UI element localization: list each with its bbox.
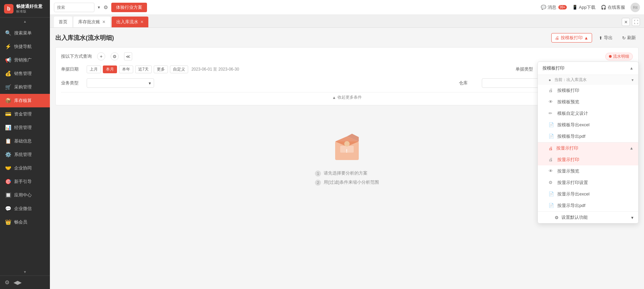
sidebar-item-apps[interactable]: 🔲 应用中心: [0, 188, 50, 202]
sidebar-item-system[interactable]: ⚙️ 系统管理: [0, 148, 50, 161]
online-service-button[interactable]: 🎧 在线客服: [601, 4, 625, 10]
empty-steps: 1 请先选择要分析的方案 2 用[过滤]条件来缩小分析范围: [315, 170, 379, 188]
date-opt-7days[interactable]: 近7天: [135, 65, 152, 73]
finance-icon: 💳: [5, 111, 11, 117]
dropdown-item-template-pdf[interactable]: 📄 按模板导出pdf: [538, 131, 638, 142]
pdf-icon: 📄: [549, 134, 554, 139]
dropdown-item-template-print[interactable]: 🖨 按模板打印: [538, 85, 638, 96]
sidebar-item-collab[interactable]: 🤝 企业协同: [0, 161, 50, 175]
settings-bottom-icon[interactable]: ⚙: [5, 279, 9, 286]
marketing-icon: 📢: [5, 57, 11, 63]
tab-flow-close[interactable]: ✕: [140, 20, 144, 24]
messages-button[interactable]: 💬 消息 99+: [541, 4, 567, 10]
sidebar-item-quicknav[interactable]: ⚡ 快捷导航: [0, 40, 50, 53]
dropdown-item-display-excel[interactable]: 📄 按显示导出excel: [538, 188, 638, 200]
dropdown-item-default-settings[interactable]: ⚙ 设置默认功能 ▾: [538, 212, 638, 223]
svg-point-4: [344, 141, 350, 147]
headset-icon: 🎧: [601, 5, 606, 10]
sidebar-item-vip[interactable]: 👑 畅会员: [0, 215, 50, 229]
date-opt-this-month[interactable]: 本月: [103, 65, 117, 73]
scroll-down-arrow[interactable]: ▼: [0, 268, 50, 275]
sidebar-item-operations[interactable]: 📊 经营管理: [0, 121, 50, 134]
dropdown-item-display-print-settings[interactable]: ⚙ 按显示打印设置: [538, 177, 638, 188]
dropdown-item-display-pdf[interactable]: 📄 按显示导出pdf: [538, 200, 638, 211]
topbar-dropdown-icon[interactable]: ▾: [98, 5, 100, 10]
page-header: 出入库流水(流水明细) 🖨 按模板打印 ▲ ⬆ 导出 ↻ 刷新: [55, 33, 639, 43]
topbar-gear-icon[interactable]: ⚙: [104, 4, 108, 10]
filter-settings-button[interactable]: ⚙: [111, 52, 119, 60]
print-template-button[interactable]: 🖨 按模板打印 ▲: [551, 33, 592, 43]
display-printer-icon: 🖨: [549, 146, 553, 151]
sidebar-item-marketing[interactable]: 📢 营销推广: [0, 53, 50, 67]
tabs-window-controls: ✕ ⛶: [622, 18, 640, 27]
sales-icon: 💰: [5, 70, 11, 77]
filter-search-label: 按以下方式查询: [61, 53, 92, 59]
svg-text:!: !: [346, 148, 348, 154]
topbar: ▾ ⚙ 体验行业方案 💬 消息 99+ 📱 App下载 🎧 在线客服 Rit: [50, 0, 644, 15]
chevron-down-settings-icon: ▾: [631, 215, 634, 220]
dropdown-current-item: ● 当前：出入库流水 ▾: [538, 75, 638, 85]
tab-batch-account[interactable]: 库存批次账 ✕: [74, 17, 110, 27]
active-filter-tag[interactable]: 流水明细: [605, 53, 633, 60]
chevron-up-icon: ▲: [584, 35, 588, 41]
date-opt-custom[interactable]: 自定义: [170, 65, 188, 73]
dropdown-item-template-excel[interactable]: 📄 按模板导出excel: [538, 119, 638, 131]
empty-illustration: !: [330, 130, 364, 163]
guide-icon: 🎯: [5, 178, 11, 185]
sidebar-item-wechat[interactable]: 💬 企业微信: [0, 202, 50, 215]
sidebar-item-basic[interactable]: 📋 基础信息: [0, 134, 50, 148]
dropdown-item-display-preview[interactable]: 👁 按显示预览: [538, 165, 638, 177]
phone-icon: 📱: [572, 5, 578, 10]
sidebar-item-guide[interactable]: 🎯 新手引导: [0, 175, 50, 188]
business-type-select[interactable]: ▾: [87, 78, 154, 88]
refresh-icon: ↻: [622, 35, 626, 41]
date-options: 上月 本月 本年 近7天 更多 自定义 2023-06-01 至 2023-06…: [87, 65, 239, 73]
dropdown-display-print-toggle[interactable]: 🖨 按显示打印 ▲: [538, 142, 638, 154]
app-download-button[interactable]: 📱 App下载: [572, 4, 595, 10]
system-icon: ⚙️: [5, 151, 11, 158]
date-opt-last-month[interactable]: 上月: [87, 65, 101, 73]
filter-add-button[interactable]: +: [97, 52, 105, 60]
search-icon: 🔍: [5, 30, 11, 36]
excel-icon-2: 📄: [549, 191, 554, 197]
tab-batch-account-close[interactable]: ✕: [102, 20, 106, 24]
pdf-icon-2: 📄: [549, 203, 554, 208]
eye-icon: 👁: [549, 99, 554, 105]
sidebar: b 畅捷通好生意 标准版 ▲ 🔍 搜索菜单 ⚡ 快捷导航 📢 营销推广 💰 销售…: [0, 0, 50, 289]
user-avatar[interactable]: Rit: [631, 3, 640, 12]
sidebar-item-sales[interactable]: 💰 销售管理: [0, 67, 50, 80]
toggle-sidebar-icon[interactable]: ◀▶: [13, 279, 22, 286]
sidebar-item-purchase[interactable]: 🛒 采购管理: [0, 80, 50, 94]
filter-row-1: 按以下方式查询 + ⚙ ≪ 流水明细: [61, 52, 633, 60]
window-close-button[interactable]: ✕: [622, 18, 630, 26]
filter-collapse-button[interactable]: ≪: [124, 52, 132, 60]
page-content: 出入库流水(流水明细) 🖨 按模板打印 ▲ ⬆ 导出 ↻ 刷新: [50, 28, 644, 289]
quicknav-icon: ⚡: [5, 43, 11, 50]
printer-icon: 🖨: [555, 35, 559, 41]
apps-icon: 🔲: [5, 192, 11, 199]
window-maximize-button[interactable]: ⛶: [632, 18, 640, 26]
doctype-label: 单据类型: [516, 66, 536, 72]
dropdown-item-display-print[interactable]: 🖨 按显示打印: [538, 154, 638, 165]
sidebar-item-inventory[interactable]: 📦 库存核算: [0, 94, 50, 107]
date-opt-this-year[interactable]: 本年: [119, 65, 133, 73]
export-button[interactable]: ⬆ 导出: [596, 33, 615, 42]
dropdown-item-template-custom[interactable]: ✏ 模板自定义设计: [538, 108, 638, 119]
date-opt-more[interactable]: 更多: [154, 65, 168, 73]
sidebar-item-finance[interactable]: 💳 资金管理: [0, 107, 50, 121]
sidebar-nav: 🔍 搜索菜单 ⚡ 快捷导航 📢 营销推广 💰 销售管理 🛒 采购管理 📦 库存核…: [0, 25, 50, 268]
display-print-section: 🖨 按显示打印 ▲ 🖨 按显示打印 👁 按显示预览 ⚙ 按显示打印设置: [538, 142, 638, 212]
dropdown-header[interactable]: 按模板打印 ▲: [538, 62, 638, 75]
search-input[interactable]: [54, 3, 94, 12]
tab-home[interactable]: 首页: [54, 17, 72, 27]
scroll-up-arrow[interactable]: ▲: [0, 18, 50, 25]
excel-icon: 📄: [549, 122, 554, 128]
industry-solution-button[interactable]: 体验行业方案: [111, 3, 147, 12]
tab-flow[interactable]: 出入库流水 ✕: [112, 17, 148, 27]
current-dot-icon: ●: [549, 78, 551, 82]
wechat-icon: 💬: [5, 205, 11, 212]
dropdown-item-template-preview[interactable]: 👁 按模板预览: [538, 96, 638, 108]
refresh-button[interactable]: ↻ 刷新: [619, 33, 639, 42]
printer-small-icon: 🖨: [549, 88, 554, 93]
sidebar-item-search[interactable]: 🔍 搜索菜单: [0, 26, 50, 40]
